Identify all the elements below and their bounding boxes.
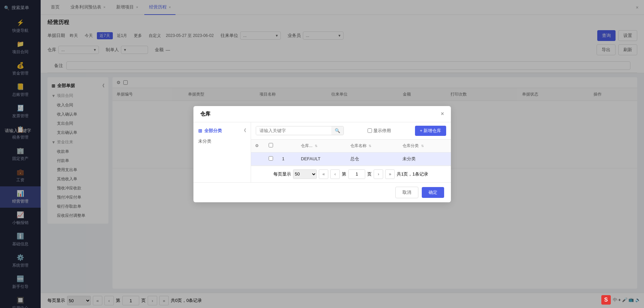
row-name: 总仓 [346, 152, 398, 165]
show-disabled-label: 显示停用 [373, 128, 391, 134]
show-disabled-checkbox-label[interactable]: 显示停用 [368, 128, 391, 134]
logo-s: S [601, 295, 611, 305]
modal-overlay: 仓库 × ⊞ 全部分类 《 未分类 [0, 0, 644, 308]
th-modal-name[interactable]: 仓库名称 ⇅ [346, 140, 398, 152]
table-row[interactable]: 1 DEFAULT 总仓 未分类 [251, 152, 451, 165]
modal-page-word: 第 [342, 171, 346, 177]
modal-page-input[interactable] [348, 169, 365, 179]
modal-pagination: 每页显示 50 « ‹ 第 页 › » 共1页，1条记录 [251, 166, 451, 182]
modal-tree-collapse-btn[interactable]: 《 [242, 128, 246, 134]
row-index: 1 [278, 152, 297, 165]
modal-search-input[interactable] [256, 126, 331, 135]
modal-search-btn[interactable]: 🔍 [331, 126, 344, 135]
modal-prev-page[interactable]: ‹ [330, 169, 340, 179]
row-category: 未分类 [398, 152, 451, 165]
row-code: DEFAULT [297, 152, 346, 165]
modal-footer: 取消 确定 [193, 182, 451, 202]
modal-page-label: 页 [367, 171, 372, 177]
sort-icon-name: ⇅ [369, 144, 371, 148]
modal-table: ⚙ 仓库... ⇅ [251, 140, 451, 166]
settings-icon2[interactable]: ⚙ [255, 143, 259, 148]
modal-close-button[interactable]: × [441, 111, 444, 117]
sort-icon-category: ⇅ [421, 144, 424, 148]
modal-last-page[interactable]: » [385, 169, 395, 179]
modal-content: 请输入关键字 🔍 显示停用 + 新增仓库 [251, 122, 451, 182]
modal-tree-unclassified[interactable]: 未分类 [193, 136, 251, 147]
modal-title: 仓库 [200, 111, 210, 117]
add-warehouse-button[interactable]: + 新增仓库 [415, 126, 446, 136]
confirm-button[interactable]: 确定 [422, 187, 444, 198]
modal-body: ⊞ 全部分类 《 未分类 请输入关键字 🔍 [193, 122, 451, 182]
modal-header: 仓库 × [193, 106, 451, 122]
modal-total-text: 共1页，1条记录 [397, 171, 428, 177]
warehouse-modal: 仓库 × ⊞ 全部分类 《 未分类 [193, 106, 451, 202]
modal-table-header: ⚙ 仓库... ⇅ [251, 140, 451, 152]
modal-tree-header: ⊞ 全部分类 《 [193, 126, 251, 136]
modal-per-page-label: 每页显示 [273, 171, 291, 177]
modal-first-page[interactable]: « [319, 169, 328, 179]
modal-next-page[interactable]: › [374, 169, 383, 179]
modal-search-box: 请输入关键字 🔍 [256, 126, 344, 135]
logo-bar: S 中·♦ 🎤 📺 🔊 [601, 295, 641, 305]
modal-select-all[interactable] [269, 143, 273, 147]
th-settings: ⚙ [251, 140, 265, 152]
modal-tree: ⊞ 全部分类 《 未分类 [193, 122, 251, 182]
cancel-button[interactable]: 取消 [395, 187, 418, 198]
th-modal-index [278, 140, 297, 152]
show-disabled-checkbox[interactable] [368, 128, 372, 133]
modal-table-wrap: ⚙ 仓库... ⇅ [251, 140, 451, 166]
row-checkbox [265, 152, 278, 165]
search-glass-icon: 🔍 [335, 128, 340, 133]
row-select-checkbox[interactable] [269, 156, 273, 161]
modal-per-page-select[interactable]: 50 [293, 169, 317, 179]
row-settings [251, 152, 265, 165]
th-checkbox [265, 140, 278, 152]
sort-icon-code: ⇅ [315, 144, 317, 148]
th-modal-code[interactable]: 仓库... ⇅ [297, 140, 346, 152]
modal-toolbar: 请输入关键字 🔍 显示停用 + 新增仓库 [251, 122, 451, 140]
th-modal-category[interactable]: 仓库分类 ⇅ [398, 140, 451, 152]
grid-icon2: ⊞ [198, 128, 202, 134]
logo-text: 中·♦ 🎤 📺 🔊 [613, 297, 641, 303]
modal-tree-all-label: 全部分类 [204, 128, 222, 134]
